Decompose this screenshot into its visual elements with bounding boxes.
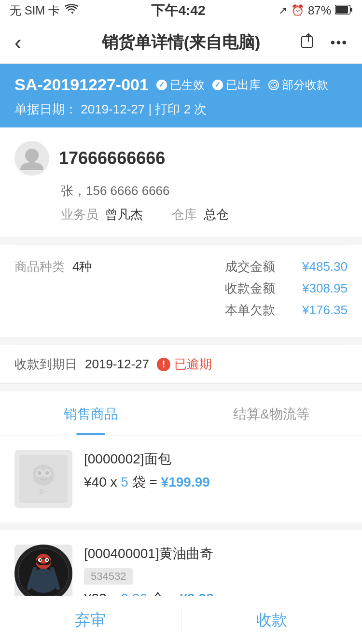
clock-icon (268, 80, 279, 90)
more-icon[interactable]: ••• (331, 35, 348, 50)
order-date-line: 单据日期： 2019-12-27 | 打印 2 次 (14, 101, 348, 118)
alarm-icon: ⏰ (291, 4, 304, 17)
due-label: 收款到期日 (14, 356, 77, 373)
overdue-warning-icon: ! (157, 358, 170, 371)
product-list: 营+ [0000002]面包 ¥40 x 5 袋 = ¥199.99 (0, 435, 362, 622)
back-button[interactable]: ‹ (14, 30, 43, 55)
customer-row: 17666666666 (14, 141, 348, 176)
badge-partial-payment: 部分收款 (268, 77, 328, 93)
svg-point-10 (38, 471, 42, 475)
nav-bar: ‹ 销货单详情(来自电脑) ••• (0, 21, 362, 64)
collect-payment-button[interactable]: 收款 (181, 600, 362, 641)
svg-rect-2 (336, 6, 348, 14)
battery-icon (335, 4, 352, 17)
wifi-icon (65, 4, 78, 17)
summary-right: 成交金额 ¥485.30 收款金额 ¥308.95 本单欠款 ¥176.35 (217, 258, 348, 323)
svg-point-11 (45, 471, 49, 475)
status-time: 下午4:42 (151, 1, 205, 20)
badge-effective: ✓ 已生效 (156, 77, 205, 93)
page-title: 销货单详情(来自电脑) (102, 31, 261, 54)
summary-section: 商品种类 4种 成交金额 ¥485.30 收款金额 ¥308.95 本单欠款 ¥… (0, 245, 362, 337)
amount-label: 成交金额 (217, 258, 275, 275)
warehouse-detail: 仓库 总仓 (172, 206, 229, 223)
nav-right-actions: ••• (301, 33, 348, 52)
product-price-1: ¥40 x 5 袋 = ¥199.99 (84, 473, 348, 491)
customer-sub: 张，156 6666 6666 (61, 182, 348, 199)
product-info-1: [0000002]面包 ¥40 x 5 袋 = ¥199.99 (84, 450, 348, 491)
product-thumbnail-2: diamond whale (14, 545, 72, 602)
product-badge-2: 534532 (84, 568, 133, 585)
section-separator (0, 384, 362, 392)
badge-shipped: ✓ 已出库 (212, 77, 261, 93)
avatar (14, 141, 49, 176)
carrier-text: 无 SIM 卡 (10, 3, 60, 18)
status-right: ↗ ⏰ 87% (278, 4, 352, 17)
bottom-bar: 弃审 收款 (0, 596, 362, 644)
svg-point-5 (25, 149, 39, 162)
svg-rect-3 (302, 37, 312, 47)
sales-value: 曾凡杰 (105, 206, 143, 223)
product-name-2: [000400001]黄油曲奇 (84, 545, 348, 563)
share-icon[interactable] (301, 33, 316, 52)
product-thumbnail-1: 营+ (14, 450, 72, 508)
warehouse-label: 仓库 (172, 206, 197, 223)
status-bar: 无 SIM 卡 下午4:42 ↗ ⏰ 87% (0, 0, 362, 21)
svg-point-20 (40, 559, 42, 561)
tabs-section: 销售商品 结算&物流等 (0, 392, 362, 435)
order-header-top: SA-20191227-001 ✓ 已生效 ✓ 已出库 部分收款 (14, 75, 348, 94)
tab-settlement[interactable]: 结算&物流等 (181, 392, 362, 435)
customer-name: 17666666666 (59, 148, 165, 168)
product-name-1: [0000002]面包 (84, 450, 348, 468)
svg-rect-1 (350, 8, 352, 12)
due-date-section: 收款到期日 2019-12-27 ! 已逾期 (0, 345, 362, 384)
product-qty-1: 5 (121, 475, 128, 490)
received-row: 收款金额 ¥308.95 (217, 280, 348, 297)
status-badges: ✓ 已生效 ✓ 已出库 部分收款 (156, 77, 328, 93)
list-item: 营+ [0000002]面包 ¥40 x 5 袋 = ¥199.99 (0, 435, 362, 522)
sales-detail: 业务员 曾凡杰 (61, 206, 143, 223)
order-id: SA-20191227-001 (14, 75, 149, 94)
location-icon: ↗ (278, 4, 287, 17)
amount-value: ¥485.30 (285, 259, 348, 274)
customer-section: 17666666666 张，156 6666 6666 业务员 曾凡杰 仓库 总… (0, 127, 362, 237)
due-date-value: 2019-12-27 (85, 357, 149, 372)
type-value: 4种 (72, 258, 92, 275)
order-header: SA-20191227-001 ✓ 已生效 ✓ 已出库 部分收款 (0, 64, 362, 127)
warehouse-value: 总仓 (204, 206, 229, 223)
status-left: 无 SIM 卡 (10, 3, 78, 18)
overdue-text: 已逾期 (174, 356, 212, 373)
cancel-review-button[interactable]: 弃审 (0, 600, 181, 641)
svg-text:营+: 营+ (39, 489, 47, 494)
summary-left: 商品种类 4种 (14, 258, 92, 277)
svg-point-21 (46, 559, 48, 561)
type-label: 商品种类 (14, 258, 65, 275)
check-icon-2: ✓ (212, 80, 223, 90)
received-value: ¥308.95 (285, 281, 348, 296)
product-total-1: ¥199.99 (161, 475, 210, 490)
sales-label: 业务员 (61, 206, 98, 223)
debt-value: ¥176.35 (285, 303, 348, 318)
amount-row: 成交金额 ¥485.30 (217, 258, 348, 275)
svg-point-7 (33, 464, 54, 486)
debt-label: 本单欠款 (217, 302, 275, 319)
tab-sales-products[interactable]: 销售商品 (0, 392, 181, 435)
overdue-badge: ! 已逾期 (157, 356, 212, 373)
received-label: 收款金额 (217, 280, 275, 297)
battery-text: 87% (308, 4, 331, 17)
debt-row: 本单欠款 ¥176.35 (217, 302, 348, 319)
customer-details: 业务员 曾凡杰 仓库 总仓 (61, 206, 348, 223)
product-type-row: 商品种类 4种 (14, 258, 92, 275)
check-icon-1: ✓ (156, 80, 167, 90)
